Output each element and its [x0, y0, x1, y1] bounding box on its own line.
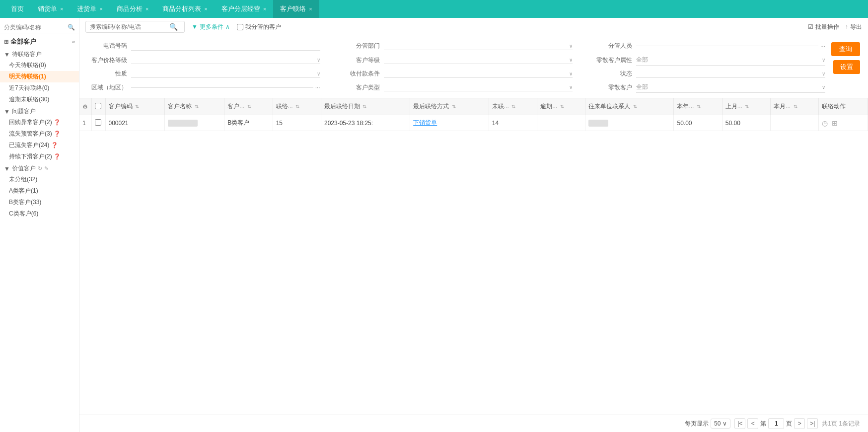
close-icon[interactable]: ×	[60, 6, 63, 12]
td-name	[165, 115, 224, 131]
filter-label-customer-grade: 客户等级	[340, 56, 380, 65]
export-btn[interactable]: ↑ 导出	[845, 23, 862, 31]
filter-select-status[interactable]: ∨	[636, 70, 825, 78]
filter-select-customer-grade[interactable]: ∨	[384, 56, 573, 64]
search-icon[interactable]: 🔍	[169, 23, 178, 31]
grid-icon: ⊞	[4, 39, 8, 45]
nav-customer-contact[interactable]: 客户联络 ×	[273, 0, 319, 18]
filter-select-payment[interactable]: ∨	[384, 70, 573, 78]
filter-cell-customer-type: 客户类型 ∨	[340, 83, 573, 92]
filter-label-manager: 分管人员	[592, 42, 632, 50]
nav-purchase-order[interactable]: 进货单 ×	[70, 0, 109, 18]
close-icon[interactable]: ×	[204, 6, 207, 12]
batch-btn[interactable]: ☑ 批量操作	[808, 23, 839, 31]
customer-name-placeholder	[168, 120, 198, 127]
sidebar-all-customers[interactable]: ⊞ 全部客户 «	[0, 35, 79, 48]
filter-cell-payment: 收付款条件 ∨	[340, 70, 573, 78]
filter-dots-manager[interactable]: ···	[820, 43, 825, 50]
sidebar-group-problem[interactable]: ▼ 问题客户	[0, 105, 79, 117]
filter-dots-region[interactable]: ···	[315, 84, 320, 91]
last-contact-method-link[interactable]: 下销货单	[413, 119, 437, 126]
search-input[interactable]	[90, 23, 169, 30]
edit-icon[interactable]: ✎	[44, 165, 49, 172]
top-nav: 首页 销货单 × 进货单 × 商品分析 × 商品分析列表 × 客户分层经营 × …	[0, 0, 868, 18]
th-checkbox	[91, 98, 105, 115]
content-area: 🔍 ▼ 更多条件 ∧ 我分管的客户 ☑ 批量操作 ↑ 导出	[79, 18, 868, 432]
more-action-icon[interactable]: ⊞	[832, 119, 838, 127]
sidebar-search-input[interactable]	[4, 24, 68, 31]
filter-cell-dept: 分管部门 ∨	[340, 42, 573, 50]
sidebar-group-value[interactable]: ▼ 价值客户 ↻ ✎	[0, 162, 79, 174]
arrow-down-icon: ▼	[4, 108, 10, 115]
td-overdue	[537, 115, 585, 131]
filter-select-dept[interactable]: ∨	[384, 42, 573, 50]
th-this-year[interactable]: 本年... ⇅	[674, 98, 722, 115]
first-page-btn[interactable]: |<	[734, 418, 745, 429]
sidebar-item-tomorrow-pending[interactable]: 明天待联络(1)	[0, 71, 79, 82]
filter-label-dept: 分管部门	[340, 42, 380, 50]
prev-page-btn[interactable]: <	[747, 418, 758, 429]
filter-cell-retail-attr: 零散客户属性 全部 ∨	[592, 55, 825, 66]
th-type[interactable]: 客户... ⇅	[224, 98, 273, 115]
th-settings[interactable]: ⚙	[79, 98, 91, 115]
sidebar-group-pending[interactable]: ▼ 待联络客户	[0, 48, 79, 60]
sidebar-item-class-c[interactable]: C类客户(6)	[0, 208, 79, 219]
sidebar-item-7day-pending[interactable]: 近7天待联络(0)	[0, 82, 79, 94]
sidebar-item-class-a[interactable]: A类客户(1)	[0, 185, 79, 197]
filter-panel: 电话号码 分管部门 ∨ 分管人员	[79, 36, 868, 98]
page-size-box[interactable]: 50 ∨	[711, 419, 730, 429]
filter-select-retail-customer[interactable]: 全部 ∨	[636, 82, 825, 93]
th-last-contact-date[interactable]: 最后联络日期 ⇅	[321, 98, 410, 115]
select-all-checkbox[interactable]	[95, 103, 101, 109]
last-page-btn[interactable]: >|	[807, 418, 818, 429]
nav-customer-layered[interactable]: 客户分层经营 ×	[215, 0, 273, 18]
sidebar-item-ungrouped[interactable]: 未分组(32)	[0, 174, 79, 185]
filter-select-customer-type[interactable]: ∨	[384, 83, 573, 91]
settings-button[interactable]: 设置	[833, 60, 860, 74]
filter-select-price-grade[interactable]: ∨	[131, 56, 320, 64]
sidebar-item-churn-warning[interactable]: 流失预警客户(3) ❓	[0, 128, 79, 140]
sidebar-item-class-b[interactable]: B类客户(33)	[0, 197, 79, 208]
filter-cell-phone: 电话号码	[87, 41, 320, 51]
th-code[interactable]: 客户编码 ⇅	[105, 98, 165, 115]
th-contact-count[interactable]: 联络... ⇅	[273, 98, 321, 115]
sidebar-item-churned[interactable]: 已流失客户(24) ❓	[0, 140, 79, 151]
filter-label-retail-customer: 零散客户	[592, 83, 632, 92]
filter-select-nature[interactable]: ∨	[131, 70, 320, 78]
help-icon: ❓	[54, 131, 61, 137]
close-icon[interactable]: ×	[145, 6, 148, 12]
th-contact-person[interactable]: 往来单位联系人 ⇅	[585, 98, 674, 115]
nav-product-analysis[interactable]: 商品分析 ×	[110, 0, 155, 18]
chevron-down-icon: ∨	[723, 420, 727, 427]
close-icon[interactable]: ×	[309, 6, 312, 12]
sidebar-search-icon[interactable]: 🔍	[68, 24, 75, 31]
th-action: 联络动作	[819, 98, 868, 115]
th-this-month[interactable]: 本月... ⇅	[771, 98, 819, 115]
filter-btn[interactable]: ▼ 更多条件 ∧	[189, 21, 233, 33]
th-overdue[interactable]: 逾期... ⇅	[537, 98, 585, 115]
filter-select-retail-attr[interactable]: 全部 ∨	[636, 55, 825, 66]
chevron-down-icon: ∨	[569, 57, 573, 63]
filter-row-1: 电话号码 分管部门 ∨ 分管人员	[87, 41, 825, 51]
th-last-month[interactable]: 上月... ⇅	[722, 98, 770, 115]
nav-home[interactable]: 首页	[4, 0, 31, 18]
th-last-contact-method[interactable]: 最后联络方式 ⇅	[410, 98, 489, 115]
sidebar-item-repurchase-abnormal[interactable]: 回购异常客户(2) ❓	[0, 117, 79, 128]
next-page-btn[interactable]: >	[794, 418, 805, 429]
contact-action-icon[interactable]: ◷	[822, 119, 828, 127]
row-checkbox[interactable]	[95, 119, 101, 126]
th-uncontacted[interactable]: 未联... ⇅	[489, 98, 537, 115]
query-button[interactable]: 查询	[831, 42, 860, 56]
nav-product-analysis-list[interactable]: 商品分析列表 ×	[155, 0, 214, 18]
filter-input-phone[interactable]	[131, 41, 320, 51]
sidebar-item-today-pending[interactable]: 今天待联络(0)	[0, 60, 79, 71]
close-icon[interactable]: ×	[99, 6, 102, 12]
page-input[interactable]	[768, 418, 784, 429]
sidebar-item-declining[interactable]: 持续下滑客户(2) ❓	[0, 151, 79, 162]
my-customers-checkbox[interactable]	[237, 24, 243, 30]
th-name[interactable]: 客户名称 ⇅	[165, 98, 224, 115]
sidebar-item-overdue-uncontacted[interactable]: 逾期未联络(30)	[0, 94, 79, 105]
close-icon[interactable]: ×	[263, 6, 266, 12]
refresh-icon[interactable]: ↻	[38, 165, 42, 172]
nav-sales-order[interactable]: 销货单 ×	[31, 0, 70, 18]
